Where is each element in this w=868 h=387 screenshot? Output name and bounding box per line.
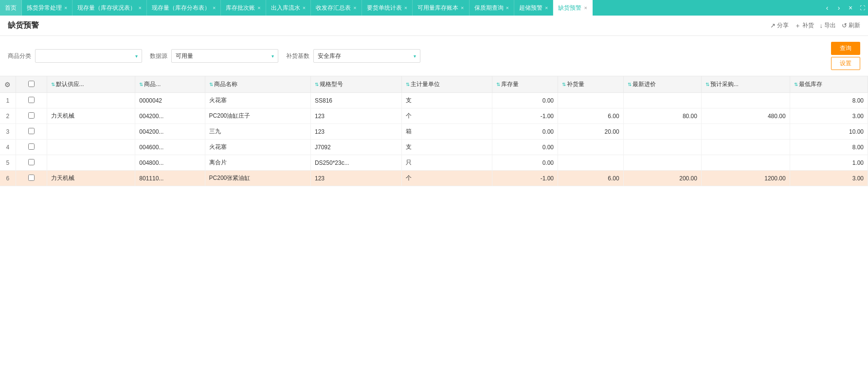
tab-label-inout-flow: 出入库流水 <box>271 4 300 12</box>
tab-fullscreen-btn[interactable]: ⛶ <box>856 0 868 16</box>
row-checkbox[interactable] <box>28 175 35 181</box>
row-inventory: 0.00 <box>492 124 558 140</box>
filter-area: 商品分类 ▾ 数据源 可用量 ▾ 补货基数 安全库存 ▾ 查询 设置 <box>0 36 868 76</box>
share-button[interactable]: ↗ 分享 <box>770 21 789 30</box>
column-product-code[interactable]: ⇅商品... <box>135 76 205 93</box>
tab-batch-account[interactable]: 库存批次账× <box>221 0 266 16</box>
row-est-purchase <box>701 124 790 140</box>
row-est-purchase: 1200.00 <box>701 171 790 186</box>
tab-inventory-dist[interactable]: 现存量（库存分布表）× <box>147 0 221 16</box>
select-all-checkbox[interactable] <box>28 81 35 87</box>
column-inventory[interactable]: ⇅库存量 <box>492 76 558 93</box>
refresh-button[interactable]: ↺ 刷新 <box>842 21 860 30</box>
tab-close-abnormal[interactable]: × <box>64 5 67 11</box>
tab-close-inventory-status[interactable]: × <box>138 5 141 11</box>
column-unit[interactable]: ⇅主计量单位 <box>402 76 492 93</box>
row-spec: DS250*23c... <box>310 155 401 171</box>
export-button[interactable]: ↓ 导出 <box>820 21 836 30</box>
tab-close-inout-flow[interactable]: × <box>303 5 306 11</box>
tab-close-receive-total[interactable]: × <box>353 5 356 11</box>
data-source-value: 可用量 <box>176 52 193 60</box>
row-latest-price <box>623 124 701 140</box>
row-min-inventory: 8.00 <box>790 140 868 155</box>
tab-inout-flow[interactable]: 出入库流水× <box>266 0 311 16</box>
query-button[interactable]: 查询 <box>831 42 860 55</box>
row-inventory: 0.00 <box>492 93 558 108</box>
row-checkbox[interactable] <box>28 159 35 165</box>
tab-receive-total[interactable]: 收发存汇总表× <box>311 0 362 16</box>
row-unit: 箱 <box>402 124 492 140</box>
row-product-name: 火花塞 <box>205 93 310 108</box>
tab-close-overstock[interactable]: × <box>545 5 548 11</box>
row-unit: 支 <box>402 93 492 108</box>
row-spec: SS816 <box>310 93 401 108</box>
column-min-inventory[interactable]: ⇅最低库存 <box>790 76 868 93</box>
data-source-arrow-icon: ▾ <box>271 53 274 59</box>
settings-button[interactable]: 设置 <box>831 57 860 70</box>
row-checkbox[interactable] <box>28 97 35 103</box>
tab-bar: 首页拣货异常处理×现存量（库存状况表）×现存量（库存分布表）×库存批次账×出入库… <box>0 0 868 16</box>
row-number: 6 <box>0 171 16 186</box>
row-spec: 123 <box>310 171 401 186</box>
replenish-base-value: 安全库存 <box>318 52 341 60</box>
tab-shortage[interactable]: 缺货预警× <box>553 0 592 16</box>
product-category-select[interactable]: ▾ <box>35 49 142 63</box>
row-checkbox[interactable] <box>28 112 35 119</box>
main-content: 缺货预警 ↗ 分享 ＋ 补货 ↓ 导出 ↺ 刷新 商品分类 <box>0 16 868 387</box>
tab-home[interactable]: 首页 <box>0 0 22 16</box>
tab-close-inventory-dist[interactable]: × <box>213 5 216 11</box>
row-supplier: 力天机械 <box>47 171 135 186</box>
replenish-base-select[interactable]: 安全库存 ▾ <box>313 49 420 63</box>
tab-expiry-query[interactable]: 保质期查询× <box>470 0 514 16</box>
column-checkbox <box>16 76 47 93</box>
tab-close-order-stat[interactable]: × <box>404 5 407 11</box>
column-product-name[interactable]: ⇅商品名称 <box>205 76 310 93</box>
row-number: 1 <box>0 93 16 108</box>
tab-close-expiry-query[interactable]: × <box>506 5 509 11</box>
sort-replenish-icon: ⇅ <box>562 82 566 87</box>
tab-close-all-btn[interactable]: × <box>845 0 856 16</box>
row-product-name: 火花塞 <box>205 140 310 155</box>
row-checkbox[interactable] <box>28 128 35 134</box>
refresh-label: 刷新 <box>849 21 860 30</box>
tab-label-abnormal: 拣货异常处理 <box>27 4 62 12</box>
column-latest-price[interactable]: ⇅最新进价 <box>623 76 701 93</box>
row-checkbox-cell <box>16 155 47 171</box>
row-latest-price <box>623 155 701 171</box>
filter-actions: 查询 设置 <box>831 42 860 70</box>
data-source-select[interactable]: 可用量 ▾ <box>171 49 278 63</box>
replenish-button[interactable]: ＋ 补货 <box>795 21 814 30</box>
tab-close-batch-account[interactable]: × <box>257 5 260 11</box>
sort-code-icon: ⇅ <box>139 82 143 87</box>
column-est-purchase[interactable]: ⇅预计采购... <box>701 76 790 93</box>
row-est-purchase <box>701 155 790 171</box>
row-unit: 只 <box>402 155 492 171</box>
table-row: 2 力天机械 004200... PC200油缸庄子 123 个 -1.00 6… <box>0 108 868 124</box>
row-product-name: PC200张紧油缸 <box>205 171 310 186</box>
row-latest-price <box>623 93 701 108</box>
tab-label-shortage: 缺货预警 <box>558 4 581 12</box>
row-spec: 123 <box>310 124 401 140</box>
row-checkbox[interactable] <box>28 143 35 150</box>
tab-label-receive-total: 收发存汇总表 <box>316 4 351 12</box>
tab-order-stat[interactable]: 要货单统计表× <box>362 0 413 16</box>
column-spec[interactable]: ⇅规格型号 <box>310 76 401 93</box>
tab-label-overstock: 超储预警 <box>519 4 542 12</box>
tab-label-home: 首页 <box>5 4 17 12</box>
column-default-supplier[interactable]: ⇅默认供应... <box>47 76 135 93</box>
tab-inventory-status[interactable]: 现存量（库存状况表）× <box>72 0 146 16</box>
tab-label-inventory-dist: 现存量（库存分布表） <box>152 4 210 12</box>
tab-prev-btn[interactable]: ‹ <box>821 0 833 16</box>
row-latest-price: 200.00 <box>623 171 701 186</box>
tab-next-btn[interactable]: › <box>833 0 845 16</box>
tab-close-shortage[interactable]: × <box>584 5 587 11</box>
row-inventory: 0.00 <box>492 155 558 171</box>
tab-close-available-ledger[interactable]: × <box>461 5 464 11</box>
tab-abnormal[interactable]: 拣货异常处理× <box>22 0 72 16</box>
sort-unit-icon: ⇅ <box>406 82 410 87</box>
tab-overstock[interactable]: 超储预警× <box>514 0 553 16</box>
row-product-name: PC200油缸庄子 <box>205 108 310 124</box>
tab-available-ledger[interactable]: 可用量库存账本× <box>413 0 469 16</box>
column-replenish-qty[interactable]: ⇅补货量 <box>558 76 624 93</box>
column-gear[interactable]: ⚙ <box>0 76 16 93</box>
